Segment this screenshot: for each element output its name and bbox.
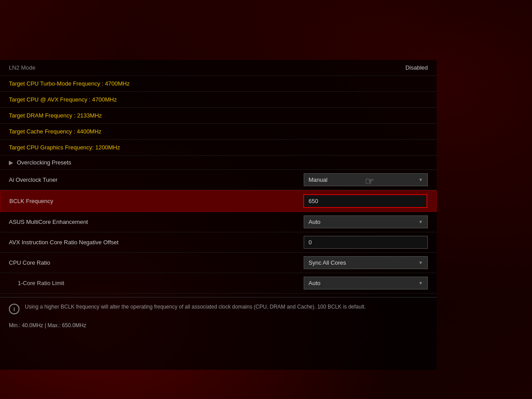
target-gpu-row[interactable]: Target CPU Graphics Frequency: 1200MHz (0, 140, 437, 156)
cpu-core-ratio-control: Sync All Cores ▼ (304, 256, 428, 269)
info-note: i Using a higher BCLK frequency will alt… (0, 297, 437, 320)
one-core-ratio-value: Auto (309, 280, 321, 286)
ai-overclock-dropdown[interactable]: Manual ▼ (304, 173, 428, 186)
cpu-core-ratio-value: Sync All Cores (309, 259, 346, 266)
freq-range: Min.: 40.0MHz | Max.: 650.0MHz (0, 320, 437, 331)
ai-overclock-value: Manual (309, 176, 328, 183)
cpu-core-ratio-dropdown[interactable]: Sync All Cores ▼ (304, 256, 428, 269)
multicore-value: Auto (309, 219, 321, 225)
one-core-ratio-arrow: ▼ (419, 281, 423, 286)
cpu-core-ratio-label: CPU Core Ratio (9, 259, 304, 266)
bclk-frequency-input[interactable] (303, 194, 427, 208)
info-icon: i (9, 304, 20, 314)
multicore-control: Auto ▼ (304, 215, 428, 228)
oc-presets-header[interactable]: ▶ Overclocking Presets (0, 156, 437, 170)
target-cpu-avx-row[interactable]: Target CPU @ AVX Frequency : 4700MHz (0, 92, 437, 108)
avx-offset-row[interactable]: AVX Instruction Core Ratio Negative Offs… (0, 232, 437, 253)
ai-overclock-control: Manual ▼ (304, 173, 428, 186)
ln2-mode-value: Disabled (339, 64, 428, 71)
multicore-label: ASUS MultiCore Enhancement (9, 219, 304, 225)
ln2-mode-label: LN2 Mode (9, 64, 339, 71)
target-cpu-avx-link[interactable]: Target CPU @ AVX Frequency : 4700MHz (9, 96, 117, 103)
oc-presets-label: Overclocking Presets (17, 159, 71, 166)
one-core-ratio-dropdown[interactable]: Auto ▼ (304, 277, 428, 289)
target-gpu-link[interactable]: Target CPU Graphics Frequency: 1200MHz (9, 144, 120, 151)
ai-overclock-row[interactable]: Ai Overclock Tuner Manual ▼ (0, 170, 437, 190)
bclk-frequency-label: BCLK Frequency (9, 198, 303, 204)
cpu-core-ratio-row[interactable]: CPU Core Ratio Sync All Cores ▼ (0, 253, 437, 273)
ai-overclock-arrow: ▼ (419, 177, 423, 182)
target-dram-row[interactable]: Target DRAM Frequency : 2133MHz (0, 108, 437, 124)
ai-overclock-label: Ai Overclock Tuner (9, 176, 304, 183)
target-cache-row[interactable]: Target Cache Frequency : 4400MHz (0, 124, 437, 140)
one-core-ratio-label: 1-Core Ratio Limit (9, 280, 304, 286)
main-content: LN2 Mode Disabled Target CPU Turbo-Mode … (0, 60, 437, 370)
info-text: Using a higher BCLK frequency will alter… (25, 303, 366, 311)
multicore-arrow: ▼ (419, 219, 423, 224)
cpu-core-ratio-arrow: ▼ (419, 260, 423, 265)
one-core-ratio-row[interactable]: 1-Core Ratio Limit Auto ▼ (0, 273, 437, 293)
target-cpu-turbo-row[interactable]: Target CPU Turbo-Mode Frequency : 4700MH… (0, 76, 437, 92)
bclk-frequency-control (303, 194, 427, 208)
avx-offset-input[interactable] (304, 236, 428, 249)
target-dram-link[interactable]: Target DRAM Frequency : 2133MHz (9, 112, 102, 119)
bclk-frequency-row[interactable]: BCLK Frequency (0, 190, 437, 212)
oc-presets-arrow: ▶ (9, 159, 13, 166)
avx-offset-label: AVX Instruction Core Ratio Negative Offs… (9, 239, 304, 246)
one-core-ratio-control: Auto ▼ (304, 277, 428, 289)
multicore-dropdown[interactable]: Auto ▼ (304, 215, 428, 228)
target-cpu-turbo-link[interactable]: Target CPU Turbo-Mode Frequency : 4700MH… (9, 80, 129, 87)
target-cache-link[interactable]: Target Cache Frequency : 4400MHz (9, 128, 102, 135)
multicore-row[interactable]: ASUS MultiCore Enhancement Auto ▼ (0, 212, 437, 232)
avx-offset-control (304, 236, 428, 249)
ln2-mode-row[interactable]: LN2 Mode Disabled (0, 60, 437, 76)
